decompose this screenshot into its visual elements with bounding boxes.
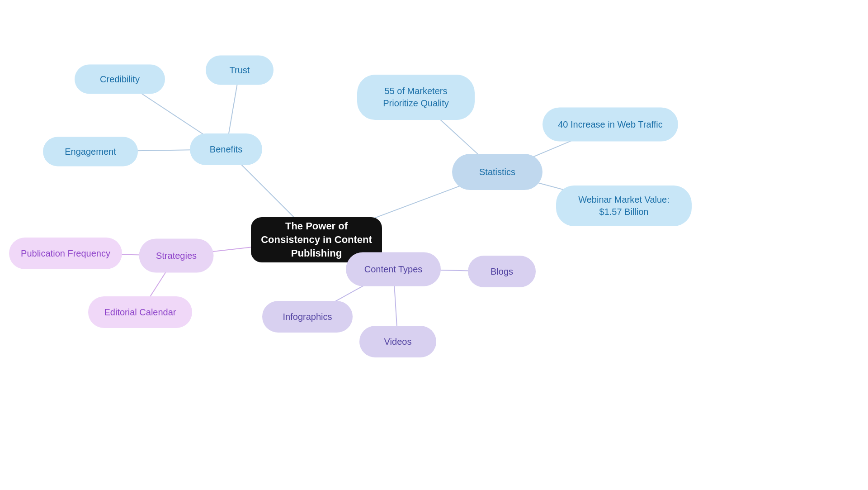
infographics-node: Infographics xyxy=(262,301,353,333)
strategies-node: Strategies xyxy=(139,239,214,273)
webinar-market-node: Webinar Market Value: $1.57 Billion xyxy=(556,186,692,226)
statistics-node: Statistics xyxy=(452,154,542,190)
blogs-node: Blogs xyxy=(468,256,536,287)
editorial-calendar-node: Editorial Calendar xyxy=(88,296,192,328)
content-types-node: Content Types xyxy=(346,252,441,286)
publication-freq-node: Publication Frequency xyxy=(9,238,122,269)
benefits-node: Benefits xyxy=(190,133,262,165)
videos-node: Videos xyxy=(359,326,436,357)
web-traffic-node: 40 Increase in Web Traffic xyxy=(542,108,678,142)
credibility-node: Credibility xyxy=(75,65,165,94)
trust-node: Trust xyxy=(206,56,274,85)
engagement-node: Engagement xyxy=(43,137,138,167)
quality-stat-node: 55 of Marketers Prioritize Quality xyxy=(357,75,475,120)
